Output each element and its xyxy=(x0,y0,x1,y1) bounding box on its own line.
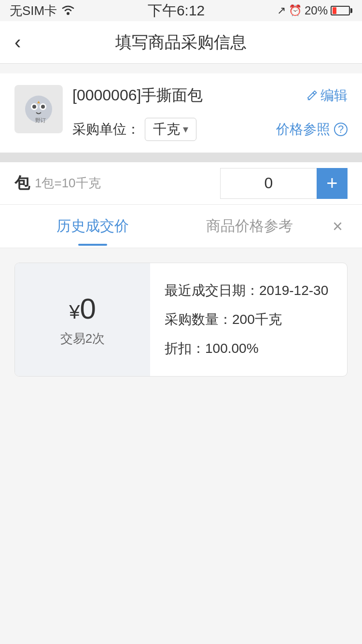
battery-icon xyxy=(331,6,352,15)
qty-plus-button[interactable]: + xyxy=(317,168,348,199)
back-button[interactable]: ‹ xyxy=(14,31,43,53)
unit-select[interactable]: 千克 ▾ xyxy=(145,118,196,141)
qty-conversion: 1包=10千克 xyxy=(35,175,220,192)
svg-text:野订: 野订 xyxy=(35,117,46,123)
status-left: 无SIM卡 xyxy=(10,2,75,19)
product-thumbnail: 野订 xyxy=(14,85,63,133)
tx-qty-label: 采购数量： xyxy=(165,312,232,327)
status-bar: 无SIM卡 下午6:12 ↗ ⏰ 20% xyxy=(0,0,362,21)
nav-bar: ‹ 填写商品采购信息 xyxy=(0,21,362,64)
battery-pct: 20% xyxy=(305,4,328,17)
tab-product-price-ref[interactable]: 商品价格参考 xyxy=(171,207,327,246)
tx-price: ¥0 xyxy=(69,292,96,325)
svg-point-0 xyxy=(67,12,70,15)
tx-currency-symbol: ¥ xyxy=(69,301,80,322)
page-title: 填写商品采购信息 xyxy=(115,31,247,54)
unit-label: 采购单位： 千克 ▾ xyxy=(72,118,196,141)
tab-close-button[interactable]: × xyxy=(328,211,348,241)
qty-unit: 包 xyxy=(14,173,30,194)
tab-history-price[interactable]: 历史成交价 xyxy=(14,207,171,246)
tx-price-value: 0 xyxy=(80,293,96,325)
tx-count: 交易2次 xyxy=(60,330,105,347)
tx-qty-value: 200千克 xyxy=(232,312,282,327)
product-card: 野订 [0000006]手撕面包 编辑 采购单位： xyxy=(0,73,362,153)
tx-discount-label: 折扣： xyxy=(165,341,205,356)
tx-date-label: 最近成交日期： xyxy=(165,283,259,298)
price-ref-button[interactable]: 价格参照 ? xyxy=(276,120,348,139)
status-right: ↗ ⏰ 20% xyxy=(277,4,352,17)
edit-icon xyxy=(306,90,318,101)
tx-discount-row: 折扣：100.00% xyxy=(165,338,333,359)
product-details: [0000006]手撕面包 编辑 采购单位： 千克 ▾ xyxy=(72,85,348,141)
wifi-icon xyxy=(61,3,75,18)
help-icon: ? xyxy=(334,123,348,136)
carrier-text: 无SIM卡 xyxy=(10,2,57,19)
svg-point-5 xyxy=(41,105,45,109)
tx-qty-row: 采购数量：200千克 xyxy=(165,309,333,330)
status-time: 下午6:12 xyxy=(148,1,205,21)
svg-point-4 xyxy=(32,105,36,109)
transaction-card: ¥0 交易2次 最近成交日期：2019-12-30 采购数量：200千克 折扣：… xyxy=(14,263,348,377)
qty-input[interactable] xyxy=(220,168,317,199)
tx-discount-value: 100.00% xyxy=(205,341,259,356)
product-logo-icon: 野订 xyxy=(22,92,56,126)
dropdown-icon: ▾ xyxy=(183,123,188,136)
tab-bar: 历史成交价 商品价格参考 × xyxy=(0,205,362,248)
tx-details: 最近成交日期：2019-12-30 采购数量：200千克 折扣：100.00% xyxy=(150,263,347,376)
edit-button[interactable]: 编辑 xyxy=(306,86,348,105)
tx-date-row: 最近成交日期：2019-12-30 xyxy=(165,280,333,301)
transaction-section: ¥0 交易2次 最近成交日期：2019-12-30 采购数量：200千克 折扣：… xyxy=(0,248,362,538)
product-name: [0000006]手撕面包 xyxy=(72,85,203,106)
section-divider xyxy=(0,153,362,162)
quantity-row: 包 1包=10千克 + xyxy=(0,162,362,205)
location-icon: ↗ xyxy=(277,4,286,17)
tx-price-summary: ¥0 交易2次 xyxy=(15,263,150,376)
tx-date-value: 2019-12-30 xyxy=(259,283,328,298)
qty-input-group: + xyxy=(220,168,348,199)
alarm-icon: ⏰ xyxy=(289,4,302,17)
